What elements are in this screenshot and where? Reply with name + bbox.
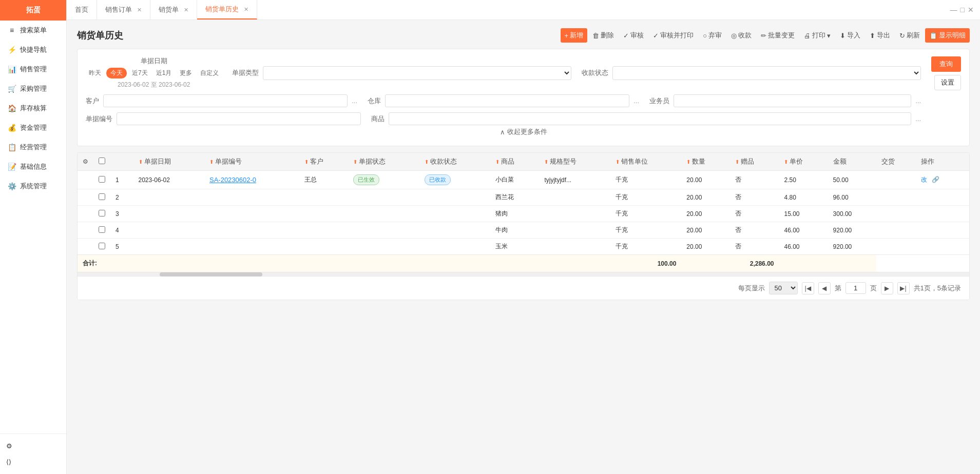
date-custom[interactable]: 自定义 — [197, 68, 222, 78]
filter-settings-button[interactable]: 设置 — [934, 75, 961, 90]
prev-page-button[interactable]: ◀ — [818, 282, 831, 294]
date-more[interactable]: 更多 — [177, 68, 195, 78]
sidebar-item-inventory[interactable]: 🏠 库存核算 — [0, 98, 66, 118]
th-doc-no[interactable]: ⬆单据编号 — [204, 153, 299, 171]
export-button[interactable]: ⬆ 导出 — [866, 28, 894, 43]
sidebar-bottom-collapse[interactable]: ⟨⟩ — [0, 454, 66, 470]
import-button[interactable]: ⬇ 导入 — [836, 28, 864, 43]
tab-sales-history-close[interactable]: ✕ — [244, 6, 248, 13]
doc-type-select[interactable] — [263, 66, 571, 80]
th-doc-date[interactable]: ⬆单据日期 — [133, 153, 204, 171]
warehouse-ellipsis[interactable]: ... — [633, 97, 639, 105]
salesman-ellipsis[interactable]: ... — [915, 97, 921, 105]
cell-quantity: 20.00 — [681, 239, 730, 255]
first-page-button[interactable]: |◀ — [802, 282, 814, 294]
collect-button[interactable]: ◎ 收款 — [727, 28, 756, 43]
sidebar-item-search-menu[interactable]: ≡ 搜索菜单 — [0, 21, 66, 40]
doc-no-input[interactable] — [117, 112, 361, 125]
th-customer[interactable]: ⬆客户 — [299, 153, 348, 171]
payment-status-badge: 已收款 — [425, 174, 451, 185]
cell-goods: 小白菜 — [490, 171, 539, 189]
scrollbar-thumb[interactable] — [160, 272, 262, 276]
th-goods[interactable]: ⬆商品 — [490, 153, 539, 171]
sidebar-item-finance-mgmt[interactable]: 💰 资金管理 — [0, 118, 66, 137]
cell-checkbox[interactable] — [93, 239, 110, 255]
close-button[interactable]: ✕ — [968, 6, 974, 14]
refresh-label: 刷新 — [907, 31, 920, 40]
sidebar-item-operations-mgmt[interactable]: 📋 经营管理 — [0, 137, 66, 157]
cell-checkbox[interactable] — [93, 171, 110, 189]
refresh-button[interactable]: ↻ 刷新 — [895, 28, 924, 43]
th-unit[interactable]: ⬆销售单位 — [610, 153, 681, 171]
customer-ellipsis[interactable]: ... — [352, 97, 357, 105]
delete-button[interactable]: 🗑 删除 — [588, 28, 618, 43]
maximize-button[interactable]: □ — [960, 6, 965, 14]
sidebar-item-sales-mgmt[interactable]: 📊 销售管理 — [0, 60, 66, 79]
th-payment-status[interactable]: ⬆收款状态 — [419, 153, 490, 171]
audit-button[interactable]: ✓ 审核 — [619, 28, 648, 43]
salesman-input[interactable] — [674, 94, 911, 107]
payment-status-select[interactable] — [612, 66, 921, 80]
print-button[interactable]: 🖨 打印 ▾ — [800, 28, 835, 43]
abandon-button[interactable]: ○ 弃审 — [699, 28, 726, 43]
minimize-button[interactable]: — — [950, 6, 957, 14]
cell-gift: 否 — [730, 171, 779, 189]
tab-sales-order-close[interactable]: ✕ — [137, 7, 142, 13]
audit-print-button[interactable]: ✓ 审核并打印 — [649, 28, 698, 43]
date-1month[interactable]: 近1月 — [153, 68, 175, 78]
tab-sales-history[interactable]: 销货单历史 ✕ — [197, 0, 257, 19]
th-spec[interactable]: ⬆规格型号 — [539, 153, 610, 171]
row-checkbox[interactable] — [99, 193, 105, 200]
page-input[interactable] — [846, 282, 866, 294]
horizontal-scrollbar[interactable] — [78, 272, 969, 276]
warehouse-input[interactable] — [385, 94, 629, 107]
filter-customer: 客户 ... — [86, 94, 357, 107]
last-page-button[interactable]: ▶| — [897, 282, 910, 294]
link-action[interactable]: 🔗 — [932, 176, 939, 183]
query-button[interactable]: 查询 — [931, 56, 961, 72]
collapse-button[interactable]: ∧ 收起更多条件 — [86, 125, 961, 139]
search-menu-icon: ≡ — [8, 26, 16, 34]
tab-home[interactable]: 首页 — [67, 0, 97, 19]
next-page-button[interactable]: ▶ — [881, 282, 893, 294]
new-button[interactable]: + 新增 — [561, 28, 588, 43]
page-size-select[interactable]: 20 50 100 — [769, 282, 798, 294]
tab-sales-goods[interactable]: 销货单 ✕ — [150, 0, 197, 19]
th-gift[interactable]: ⬆赠品 — [730, 153, 779, 171]
doc-no-link[interactable]: SA-20230602-0 — [209, 176, 256, 184]
date-yesterday[interactable]: 昨天 — [86, 68, 104, 78]
row-checkbox[interactable] — [99, 243, 105, 249]
tab-sales-order[interactable]: 销售订单 ✕ — [97, 0, 150, 19]
batch-change-button[interactable]: ✏ 批量变更 — [757, 28, 799, 43]
tab-sales-goods-close[interactable]: ✕ — [184, 7, 188, 13]
cell-checkbox[interactable] — [93, 206, 110, 222]
date-7days[interactable]: 近7天 — [129, 68, 151, 78]
sort-icon: ⬆ — [616, 159, 620, 165]
cell-doc-no[interactable]: SA-20230602-0 — [204, 171, 299, 189]
table-row: 1 2023-06-02 SA-20230602-0 王总 已生效 已收款 小白… — [78, 171, 969, 189]
row-checkbox[interactable] — [99, 176, 105, 183]
cell-transaction — [876, 222, 916, 239]
th-checkbox[interactable] — [93, 153, 110, 171]
sidebar-bottom-settings[interactable]: ⚙ — [0, 438, 66, 454]
sidebar-item-purchase-mgmt[interactable]: 🛒 采购管理 — [0, 79, 66, 98]
th-quantity[interactable]: ⬆数量 — [681, 153, 730, 171]
th-doc-status[interactable]: ⬆单据状态 — [348, 153, 419, 171]
date-today[interactable]: 今天 — [106, 68, 127, 78]
th-unit-price[interactable]: ⬆单价 — [779, 153, 828, 171]
sidebar-item-system-mgmt[interactable]: ⚙️ 系统管理 — [0, 176, 66, 196]
sidebar-item-quick-nav[interactable]: ⚡ 快捷导航 — [0, 40, 66, 60]
goods-ellipsis[interactable]: ... — [915, 115, 921, 123]
row-checkbox[interactable] — [99, 226, 105, 233]
select-all-checkbox[interactable] — [99, 157, 105, 164]
customer-input[interactable] — [103, 94, 348, 107]
cell-checkbox[interactable] — [93, 222, 110, 239]
cell-checkbox[interactable] — [93, 189, 110, 206]
edit-action[interactable]: 改 — [921, 176, 927, 183]
show-detail-button[interactable]: 📋 显示明细 — [925, 28, 970, 43]
row-checkbox[interactable] — [99, 210, 105, 216]
table-row: 4 牛肉 千克 20.00 否 46.00 920.00 — [78, 222, 969, 239]
th-settings[interactable]: ⚙ — [78, 153, 93, 171]
goods-input[interactable] — [389, 112, 911, 125]
sidebar-item-basic-info[interactable]: 📝 基础信息 — [0, 157, 66, 176]
